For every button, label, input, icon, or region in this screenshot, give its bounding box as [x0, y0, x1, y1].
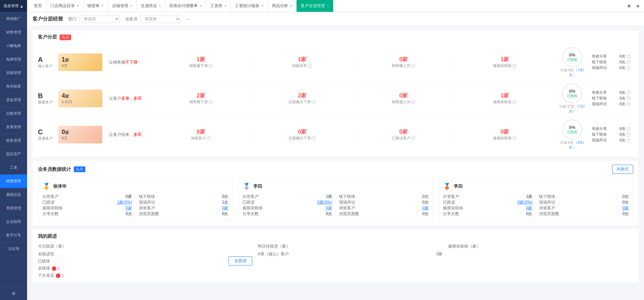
sidebar-item-库存核算[interactable]: 库存核算: [0, 80, 27, 93]
sidebar-item-基础信息[interactable]: 基础信息: [0, 188, 27, 202]
tier-stat-item[interactable]: 2家销售额下滑 ?: [150, 91, 252, 106]
sidebar-settings[interactable]: ⚙: [0, 287, 27, 300]
side-info-icon[interactable]: ?: [626, 96, 630, 100]
tier-stat-item[interactable]: 0家销售额上升 ?: [353, 91, 454, 106]
tab-工资统计报表[interactable]: 工资统计报表×: [231, 0, 268, 12]
tier-stat-item[interactable]: 2家交易频次下滑 ?: [252, 91, 353, 106]
side-info-icon[interactable]: ?: [626, 60, 630, 64]
biz-stat-val[interactable]: 0家: [326, 205, 332, 211]
biz-stat-val[interactable]: 0家(0%): [517, 200, 532, 205]
tab-close-销货单[interactable]: ×: [102, 4, 104, 8]
info-icon[interactable]: ?: [312, 136, 316, 140]
side-info-icon[interactable]: ?: [626, 102, 630, 106]
contact-plan-link[interactable]: （0天/次）: [569, 141, 584, 149]
go-follow-button[interactable]: 去跟进: [229, 256, 252, 266]
info-icon[interactable]: ?: [411, 64, 415, 68]
tier-stat-item[interactable]: 0家已激活客户 ?: [353, 127, 454, 142]
sidebar-item-采购管理[interactable]: 采购管理: [0, 66, 27, 80]
sidebar-item-小畅电商[interactable]: 小畅电商: [0, 39, 27, 53]
info-icon[interactable]: ?: [411, 100, 415, 104]
tab-close-工资表[interactable]: ×: [224, 4, 227, 8]
tier-stat-item[interactable]: 0家销售额上升 ?: [353, 55, 454, 70]
biz-stat-val[interactable]: 0家: [526, 205, 533, 211]
sidebar-item-资金管理[interactable]: 资金管理: [0, 93, 27, 107]
biz-stat-val[interactable]: 0家: [622, 205, 629, 211]
info-icon[interactable]: ?: [512, 136, 516, 140]
info-icon[interactable]: ?: [209, 64, 213, 68]
dept-filter: 部门 请选择: [68, 15, 120, 23]
sidebar-item-企业协同[interactable]: 企业协同: [0, 215, 27, 229]
list-view-button[interactable]: 列表式: [612, 165, 633, 174]
tab-店铺管理[interactable]: 店铺管理×: [108, 0, 137, 12]
contact-plan-link[interactable]: （7天/次）: [569, 105, 585, 113]
contact-label: 已联络: [567, 130, 577, 135]
tier-count-num: 1家: [62, 56, 99, 63]
info-icon[interactable]: ?: [312, 100, 316, 104]
tier-stat-item[interactable]: 1家回购异常 ?: [252, 55, 353, 70]
biz-stat-val[interactable]: 0家(0%): [317, 200, 332, 205]
tier-stat-item[interactable]: 1家逾期未联络 ?: [454, 91, 555, 106]
sidebar-item-总账管理[interactable]: 总账管理: [0, 107, 27, 120]
info-icon[interactable]: ?: [308, 64, 312, 68]
tier-count-block-C[interactable]: 0家0万: [58, 126, 102, 143]
dept-select[interactable]: 请选择: [79, 15, 120, 23]
tier-stat-item[interactable]: 0家休眠客户 ?: [150, 127, 252, 142]
biz-stat-val[interactable]: 1家(0%): [117, 200, 132, 205]
biz-stat-val[interactable]: 0家: [222, 205, 229, 211]
info-icon[interactable]: ?: [207, 136, 211, 140]
tab-close-应收应付调整单[interactable]: ×: [200, 4, 202, 8]
tier-stat-item[interactable]: 1家销售额下滑 ?: [150, 55, 252, 70]
sidebar-item-电商管理[interactable]: 电商管理: [0, 53, 27, 66]
info-icon[interactable]: ?: [411, 136, 415, 140]
tab-close-all[interactable]: ✕: [625, 3, 633, 9]
info-icon[interactable]: ?: [512, 100, 516, 104]
tab-应收应付调整单[interactable]: 应收应付调整单×: [165, 0, 206, 12]
tab-商品分析[interactable]: 商品分析×: [268, 0, 297, 12]
sidebar-item-销售管理[interactable]: 销售管理: [0, 26, 27, 39]
side-info-icon[interactable]: ?: [626, 138, 630, 142]
sidebar-item-工资[interactable]: 工资: [0, 161, 27, 175]
tier-stat-label: 逾期未联络 ?: [457, 63, 553, 68]
sidebar-item-新手引导[interactable]: 新手引导: [0, 229, 27, 242]
sidebar-item-系统管理[interactable]: 系统管理: [0, 202, 27, 215]
side-info-icon[interactable]: ?: [626, 54, 630, 59]
tier-stat-item[interactable]: 0家交易频次下滑 ?: [252, 127, 353, 142]
sidebar-item-固定资产[interactable]: 固定资产: [0, 147, 27, 161]
biz-stat-val: 0次: [222, 194, 229, 200]
tier-stat-item[interactable]: 0家逾期未联络 ?: [454, 127, 555, 142]
sidebar-item-发票管理[interactable]: 发票管理: [0, 120, 27, 134]
tab-门店商品目录[interactable]: 门店商品目录×: [46, 0, 83, 12]
tier-count-block-A[interactable]: 1家0万: [58, 53, 102, 71]
sidebar-header[interactable]: 批发管理 ▲: [0, 0, 27, 12]
tab-生成凭证[interactable]: 生成凭证×: [137, 0, 166, 12]
tab-客户分层经营[interactable]: 客户分层经营×: [297, 0, 334, 12]
side-info-icon[interactable]: ?: [626, 66, 630, 70]
tab-more[interactable]: ≡: [635, 3, 641, 9]
tier-count-block-B[interactable]: 4家0.53万: [58, 90, 102, 107]
tab-close-门店商品目录[interactable]: ×: [77, 4, 79, 8]
sidebar-item-云应用[interactable]: 云应用: [0, 242, 27, 256]
tab-close-生成凭证[interactable]: ×: [159, 4, 161, 8]
sidebar-item-经营管理[interactable]: 经营管理: [0, 175, 27, 188]
tab-close-商品分析[interactable]: ×: [290, 4, 292, 8]
tab-close-工资统计报表[interactable]: ×: [261, 4, 263, 8]
sidebar-item-营销推广[interactable]: 营销推广: [0, 12, 27, 26]
contact-plan-link[interactable]: （7天/次）: [569, 68, 584, 77]
tab-销货单[interactable]: 销货单×: [83, 0, 108, 12]
side-info-icon[interactable]: ?: [626, 91, 630, 95]
info-icon[interactable]: ?: [512, 64, 516, 68]
staff-select[interactable]: 请选择: [140, 15, 181, 23]
tab-首页[interactable]: 首页: [30, 0, 46, 12]
biz-stat-val[interactable]: 0家: [126, 205, 132, 211]
tab-工资表[interactable]: 工资表×: [206, 0, 231, 12]
info-icon[interactable]: ?: [209, 100, 213, 104]
side-info-icon[interactable]: ?: [626, 127, 630, 131]
side-info-icon[interactable]: ?: [626, 133, 630, 137]
tab-close-客户分层经营[interactable]: ×: [327, 4, 329, 8]
more-filters-btn[interactable]: ···: [186, 16, 190, 22]
tier-stat-item[interactable]: 1家逾期未联络 ?: [454, 55, 555, 70]
sidebar-item-税务管理[interactable]: 税务管理: [0, 134, 27, 147]
biz-stat-val[interactable]: 0家: [422, 205, 429, 211]
tab-close-店铺管理[interactable]: ×: [130, 4, 132, 8]
page-header: 客户分层经营 部门 请选择 业务员 请选择 ···: [27, 12, 644, 26]
